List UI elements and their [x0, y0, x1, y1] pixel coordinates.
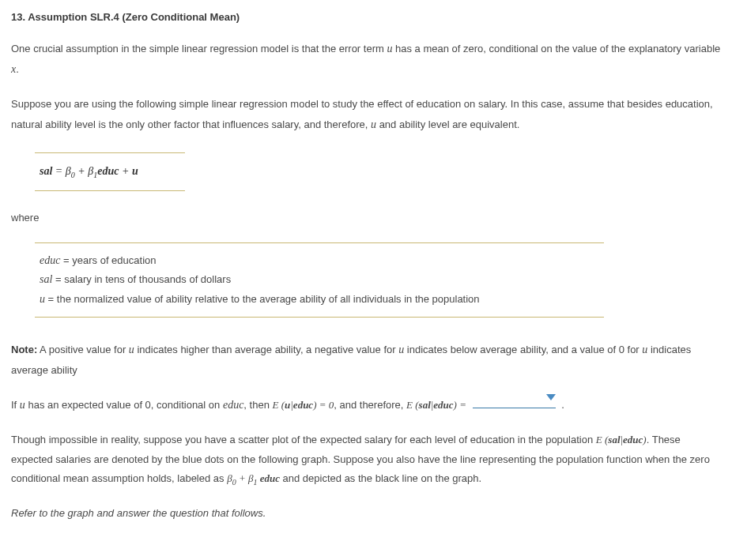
beta-expression: β0 + β1 educ	[227, 472, 280, 484]
p3-text-c: , then	[243, 399, 272, 411]
def-var: sal	[40, 273, 52, 285]
regression-formula: sal = β0 + β1educ + u	[35, 153, 185, 190]
var-u: u	[371, 118, 376, 130]
question-paragraph: If u has an expected value of 0, conditi…	[11, 394, 721, 416]
definitions-block: educ = years of education sal = salary i…	[35, 242, 604, 318]
var-u: u	[20, 399, 25, 411]
note-label: Note:	[11, 344, 37, 355]
p2-text-b: and ability level are equivalent.	[376, 118, 519, 130]
expectation-eq-3: E (sal|educ)	[596, 434, 647, 445]
def-u: u = the normalized value of ability rela…	[40, 290, 599, 310]
formula-block: sal = β0 + β1educ + u	[35, 152, 185, 191]
def-sal: sal = salary in tens of thousands of dol…	[40, 270, 599, 290]
p3-text-b: has an expected value of 0, conditional …	[25, 399, 223, 411]
question-heading: 13. Assumption SLR.4 (Zero Conditional M…	[11, 8, 721, 28]
refer-instruction: Refer to the graph and answer the questi…	[11, 504, 721, 524]
p1-text-c: .	[16, 63, 19, 75]
divider-bottom	[35, 190, 185, 191]
def-text: = salary in tens of thousands of dollars	[52, 273, 231, 285]
note-text-c: indicates below average ability, and a v…	[404, 344, 642, 355]
def-text: = years of education	[60, 254, 156, 266]
answer-dropdown[interactable]	[473, 394, 556, 408]
p2-text-a: Suppose you are using the following simp…	[11, 98, 713, 130]
paragraph-4: Though impossible in reality, suppose yo…	[11, 430, 721, 490]
p4-text-a: Though impossible in reality, suppose yo…	[11, 434, 596, 445]
where-label: where	[11, 209, 721, 228]
p3-text-d: , and therefore,	[334, 399, 406, 411]
def-text: = the normalized value of ability relati…	[45, 293, 480, 305]
note-text-a: A positive value for	[37, 344, 129, 355]
var-u: u	[129, 344, 134, 355]
note-paragraph: Note: A positive value for u indicates h…	[11, 340, 721, 380]
paragraph-2: Suppose you are using the following simp…	[11, 95, 721, 135]
paragraph-1: One crucial assumption in the simple lin…	[11, 39, 721, 81]
def-var: u	[40, 293, 45, 305]
note-text-b: indicates higher than average ability, a…	[134, 344, 398, 355]
p4-text-c: and depicted as the black line on the gr…	[280, 472, 481, 484]
divider-bottom	[35, 317, 604, 318]
expectation-eq-1: E (u|educ) = 0	[273, 399, 334, 411]
p1-text-b: has a mean of zero, conditional on the v…	[392, 43, 720, 54]
p3-text-a: If	[11, 399, 20, 411]
chevron-down-icon	[546, 394, 556, 400]
p1-text-a: One crucial assumption in the simple lin…	[11, 43, 387, 54]
def-var: educ	[40, 254, 60, 266]
expectation-eq-2: E (sal|educ) =	[406, 399, 466, 411]
var-educ: educ	[223, 399, 243, 411]
p3-period: .	[559, 399, 564, 411]
def-educ: educ = years of education	[40, 251, 599, 271]
